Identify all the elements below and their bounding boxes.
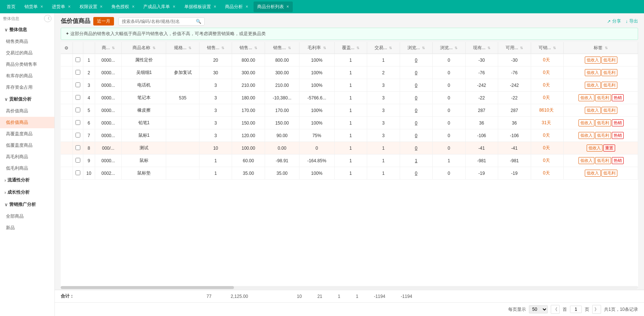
cell-view1[interactable]: 0 <box>400 79 432 92</box>
nav-permission[interactable]: 权限设置 × <box>76 1 106 12</box>
row-checkbox[interactable] <box>76 108 80 112</box>
next-page-btn[interactable]: 》 <box>592 305 601 314</box>
view1-link[interactable]: 0 <box>415 70 417 75</box>
col-view1[interactable]: 浏览... ⇅ <box>400 42 432 54</box>
sidebar-item-new-products[interactable]: 新品 <box>0 222 54 234</box>
col-sellable[interactable]: 可销... ⇅ <box>531 42 563 54</box>
sidebar-item-high-coverage[interactable]: 高覆盖度商品 <box>0 128 54 140</box>
view1-link[interactable]: 0 <box>415 95 417 101</box>
row-checkbox[interactable] <box>76 170 80 175</box>
sidebar-group-marketing[interactable]: ∨ 营销推广分析 <box>0 198 54 211</box>
nav-product-analysis[interactable]: 商品分析 × <box>221 1 252 12</box>
sidebar-item-inventory-capital[interactable]: 库存资金占用 <box>0 82 54 93</box>
export-button[interactable]: ↓ 导出 <box>625 18 638 24</box>
cell-view1[interactable]: 0 <box>400 104 432 117</box>
sidebar-item-high-margin[interactable]: 高毛利商品 <box>0 151 54 163</box>
view1-link[interactable]: 0 <box>415 133 417 138</box>
cell-view1[interactable]: 1 <box>400 154 432 167</box>
row-checkbox[interactable] <box>76 82 80 87</box>
sidebar-item-high-value[interactable]: 高价值商品 <box>0 105 54 117</box>
cell-current: -22 <box>465 92 498 104</box>
sidebar-item-low-value[interactable]: 低价值商品 <box>0 117 54 128</box>
cell-checkbox[interactable] <box>73 104 83 117</box>
view1-link[interactable]: 0 <box>415 120 417 126</box>
nav-template-settings[interactable]: 单据模板设置 × <box>181 1 220 12</box>
cell-checkbox[interactable] <box>73 92 83 104</box>
cell-checkbox[interactable] <box>73 154 83 167</box>
row-checkbox[interactable] <box>76 57 80 62</box>
cell-num: 3 <box>83 79 95 92</box>
col-coverage[interactable]: 覆盖... ⇅ <box>334 42 367 54</box>
col-tags[interactable]: 标签 ⇅ <box>563 42 638 54</box>
col-settings[interactable]: ⚙ <box>61 42 73 54</box>
row-checkbox[interactable] <box>76 158 80 163</box>
share-button[interactable]: ↗ 分享 <box>607 18 621 24</box>
cell-current: -106 <box>465 129 498 142</box>
col-available[interactable]: 可用... ⇅ <box>498 42 531 54</box>
sidebar-group-contribution[interactable]: ∨ 贡献值分析 <box>0 93 54 105</box>
cell-checkbox[interactable] <box>73 117 83 129</box>
cell-view1[interactable]: 0 <box>400 67 432 79</box>
view1-link[interactable]: 0 <box>415 83 417 88</box>
cell-view1[interactable]: 0 <box>400 167 432 180</box>
view1-link[interactable]: 0 <box>415 108 417 113</box>
sidebar-group-growth[interactable]: › 成长性分析 <box>0 186 54 198</box>
col-sales-amount[interactable]: 销售... ⇅ <box>232 42 265 54</box>
row-checkbox[interactable] <box>76 120 80 125</box>
cell-view1[interactable]: 0 <box>400 54 432 67</box>
cell-checkbox[interactable] <box>73 79 83 92</box>
view1-link[interactable]: 1 <box>415 158 417 163</box>
row-checkbox[interactable] <box>76 133 80 137</box>
search-icon[interactable]: 🔍 <box>196 19 201 24</box>
sidebar-item-all-products[interactable]: 全部商品 <box>0 211 54 222</box>
cell-checkbox[interactable] <box>73 167 83 180</box>
view1-link[interactable]: 0 <box>415 171 417 176</box>
row-checkbox[interactable] <box>76 95 80 100</box>
cell-sellable-days: 0天 <box>531 154 563 167</box>
cell-checkbox[interactable] <box>73 142 83 154</box>
col-sales-qty[interactable]: 销售... ⇅ <box>199 42 232 54</box>
col-spec[interactable]: 规格... ⇅ <box>166 42 199 54</box>
period-button[interactable]: 近一月 <box>93 17 114 26</box>
cell-view1[interactable]: 0 <box>400 117 432 129</box>
sidebar-item-low-margin[interactable]: 低毛利商品 <box>0 163 54 174</box>
nav-home[interactable]: 首页 <box>3 1 19 12</box>
cell-view1[interactable]: 0 <box>400 142 432 154</box>
sidebar-group-liquidity[interactable]: › 流通性分析 <box>0 174 54 186</box>
cell-view1[interactable]: 0 <box>400 92 432 104</box>
cell-checkbox[interactable] <box>73 54 83 67</box>
search-input[interactable] <box>122 19 196 24</box>
page-number-input[interactable] <box>570 306 582 313</box>
view1-link[interactable]: 0 <box>415 58 417 63</box>
col-view2[interactable]: 浏览... ⇅ <box>433 42 465 54</box>
sidebar-item-sales-products[interactable]: 销售类商品 <box>0 36 54 47</box>
cell-view1[interactable]: 0 <box>400 129 432 142</box>
cell-checkbox[interactable] <box>73 129 83 142</box>
cell-checkbox[interactable] <box>73 67 83 79</box>
col-transaction[interactable]: 交易... ⇅ <box>367 42 400 54</box>
sidebar-collapse-btn[interactable]: 《 <box>44 15 51 22</box>
sidebar-item-stocked-products[interactable]: 有库存的商品 <box>0 70 54 82</box>
row-checkbox[interactable] <box>76 145 80 150</box>
view1-link[interactable]: 0 <box>415 146 417 151</box>
col-code[interactable]: 商... ⇅ <box>95 42 122 54</box>
col-gross-rate[interactable]: 毛利率 ⇅ <box>299 42 334 54</box>
tag: 低收入 <box>585 170 601 177</box>
nav-product-analysis-list[interactable]: 商品分析列表 × <box>254 1 293 12</box>
sidebar-item-category-sales-rate[interactable]: 商品分类销售率 <box>0 59 54 70</box>
sidebar-group-overview[interactable]: ∨ 整体信息 <box>0 24 54 36</box>
sidebar-item-low-coverage[interactable]: 低覆盖度商品 <box>0 140 54 151</box>
first-page-btn[interactable]: 《 <box>551 305 560 314</box>
sidebar-item-traded-products[interactable]: 交易过的商品 <box>0 47 54 59</box>
export-icon: ↓ <box>625 19 628 24</box>
per-page-select[interactable]: 50 100 <box>529 305 548 313</box>
nav-purchase-order[interactable]: 进货单 × <box>48 1 74 12</box>
nav-product-inbound[interactable]: 产成品入库单 × <box>140 1 179 12</box>
col-current[interactable]: 现有... ⇅ <box>465 42 498 54</box>
nav-sales-order[interactable]: 销货单 × <box>21 1 47 12</box>
horizontal-scrollbar[interactable] <box>61 286 638 289</box>
col-name[interactable]: 商品名称 ⇅ <box>122 42 166 54</box>
nav-role-auth[interactable]: 角色授权 × <box>108 1 138 12</box>
col-sales-avg[interactable]: 销售... ⇅ <box>265 42 299 54</box>
row-checkbox[interactable] <box>76 70 80 75</box>
